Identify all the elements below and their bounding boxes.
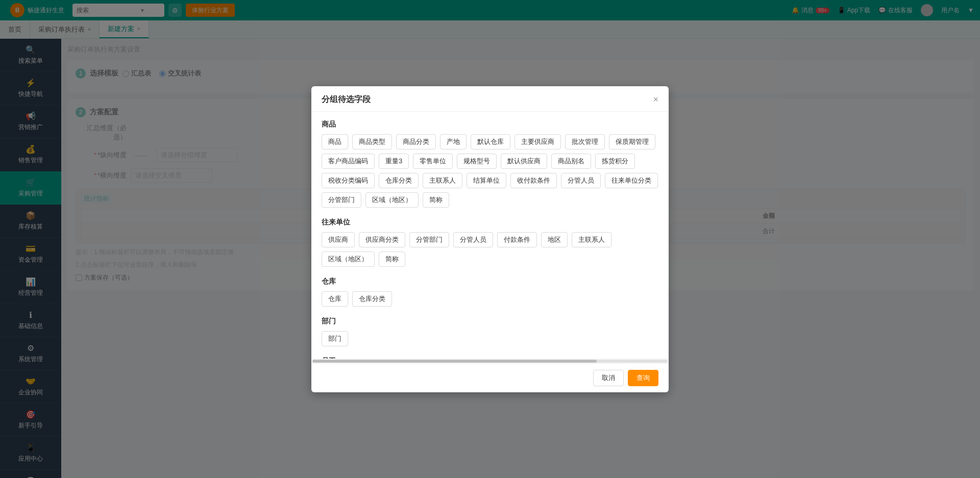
field-section-title-warehouse: 仓库 <box>322 277 658 286</box>
field-chip-partner-供应商分类[interactable]: 供应商分类 <box>359 232 405 247</box>
field-chip-product-规格型号[interactable]: 规格型号 <box>457 154 497 169</box>
modal-confirm-button[interactable]: 查询 <box>628 370 658 386</box>
field-section-department: 部门 部门 <box>322 317 658 346</box>
field-chip-partner-区域地区[interactable]: 区域（地区） <box>322 251 375 267</box>
field-chip-partner-地区[interactable]: 地区 <box>541 232 568 247</box>
field-section-title-department: 部门 <box>322 317 658 326</box>
field-chip-product-商品分类[interactable]: 商品分类 <box>396 134 436 149</box>
field-chip-product-收付款条件[interactable]: 收付款条件 <box>510 173 557 188</box>
field-chip-product-税收分类编码[interactable]: 税收分类编码 <box>322 173 375 188</box>
field-chip-product-区域地区[interactable]: 区域（地区） <box>365 192 419 208</box>
field-chip-product-仓库分类[interactable]: 仓库分类 <box>379 173 419 188</box>
field-section-title-partner: 往来单位 <box>322 218 658 227</box>
modal-header: 分组待选字段 × <box>311 86 669 112</box>
field-chip-department-部门[interactable]: 部门 <box>322 331 348 346</box>
field-chip-partner-分管人员[interactable]: 分管人员 <box>453 232 493 247</box>
field-chip-product-主要供应商[interactable]: 主要供应商 <box>514 134 561 149</box>
modal-title: 分组待选字段 <box>322 94 371 105</box>
field-chip-product-分管部门[interactable]: 分管部门 <box>322 192 361 208</box>
modal-close-button[interactable]: × <box>653 94 658 105</box>
field-section-product: 商品 商品 商品类型 商品分类 产地 默认仓库 主要供应商 批次管理 保质期管理… <box>322 120 658 208</box>
field-chips-partner: 供应商 供应商分类 分管部门 分管人员 付款条件 地区 主联系人 区域（地区） … <box>322 232 658 267</box>
field-chip-partner-付款条件[interactable]: 付款条件 <box>497 232 537 247</box>
field-section-title-product: 商品 <box>322 120 658 129</box>
field-chip-product-商品[interactable]: 商品 <box>322 134 348 149</box>
field-chip-product-客户商品编码[interactable]: 客户商品编码 <box>322 154 375 169</box>
field-chip-product-批次管理[interactable]: 批次管理 <box>565 134 605 149</box>
field-chip-product-往来单位分类[interactable]: 往来单位分类 <box>605 173 658 188</box>
field-section-warehouse: 仓库 仓库 仓库分类 <box>322 277 658 307</box>
field-chip-warehouse-仓库[interactable]: 仓库 <box>322 291 348 307</box>
field-chip-warehouse-仓库分类[interactable]: 仓库分类 <box>352 291 392 307</box>
field-chips-warehouse: 仓库 仓库分类 <box>322 291 658 307</box>
field-section-partner: 往来单位 供应商 供应商分类 分管部门 分管人员 付款条件 地区 主联系人 区域… <box>322 218 658 267</box>
field-chip-product-简称[interactable]: 简称 <box>423 192 449 208</box>
field-chips-product: 商品 商品类型 商品分类 产地 默认仓库 主要供应商 批次管理 保质期管理 客户… <box>322 134 658 208</box>
field-chip-partner-供应商[interactable]: 供应商 <box>322 232 355 247</box>
field-chip-partner-主联系人[interactable]: 主联系人 <box>572 232 611 247</box>
field-chip-product-产地[interactable]: 产地 <box>440 134 467 149</box>
field-chip-product-零售单位[interactable]: 零售单位 <box>413 154 453 169</box>
field-chip-partner-简称[interactable]: 简称 <box>379 251 405 267</box>
field-chip-product-商品别名[interactable]: 商品别名 <box>551 154 591 169</box>
field-chip-product-结算单位[interactable]: 结算单位 <box>467 173 506 188</box>
modal-cancel-button[interactable]: 取消 <box>593 370 624 386</box>
field-selection-modal: 分组待选字段 × 商品 商品 商品类型 商品分类 产地 默认仓库 主要供应商 批… <box>311 86 669 392</box>
field-chip-partner-分管部门[interactable]: 分管部门 <box>409 232 449 247</box>
field-chip-product-重量3[interactable]: 重量3 <box>379 154 409 169</box>
field-chip-product-拣货积分[interactable]: 拣货积分 <box>595 154 635 169</box>
modal-overlay: 分组待选字段 × 商品 商品 商品类型 商品分类 产地 默认仓库 主要供应商 批… <box>0 0 980 478</box>
field-chips-department: 部门 <box>322 331 658 346</box>
field-chip-product-商品类型[interactable]: 商品类型 <box>352 134 392 149</box>
field-chip-product-保质期管理[interactable]: 保质期管理 <box>609 134 655 149</box>
modal-footer: 取消 查询 <box>311 363 669 392</box>
field-chip-product-默认仓库[interactable]: 默认仓库 <box>471 134 510 149</box>
field-chip-product-主联系人[interactable]: 主联系人 <box>423 173 462 188</box>
modal-body: 商品 商品 商品类型 商品分类 产地 默认仓库 主要供应商 批次管理 保质期管理… <box>311 112 669 359</box>
field-chip-product-默认供应商[interactable]: 默认供应商 <box>501 154 547 169</box>
modal-scrollbar-horizontal[interactable] <box>311 359 669 363</box>
field-chip-product-分管人员[interactable]: 分管人员 <box>561 173 601 188</box>
